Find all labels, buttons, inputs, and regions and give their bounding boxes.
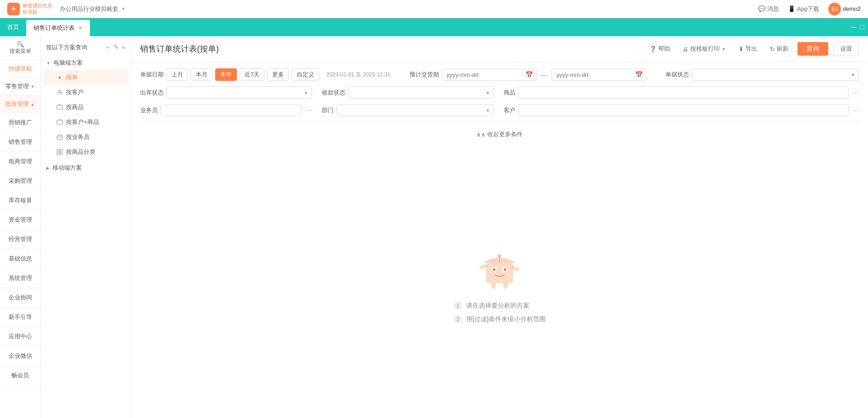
sidebar-item-quicknav[interactable]: 快捷导航 (0, 60, 40, 78)
date-btn-this-month[interactable]: 本月 (191, 68, 212, 81)
sidebar-item-enterprise[interactable]: 企业协同 (0, 288, 40, 308)
svg-rect-6 (57, 152, 59, 155)
tab-home[interactable]: 首页 (0, 18, 26, 36)
filter-row-2: 出库状态 收款状态 (140, 86, 859, 99)
tab-sales-order[interactable]: 销售订单统计表 ✕ (26, 20, 90, 36)
export-icon: ⬇ (739, 46, 744, 52)
sidebar-item-finance[interactable]: 资金管理 (0, 210, 40, 230)
user-area[interactable]: Ea demo2 (828, 3, 861, 15)
main-layout: 🔍 搜索菜单 快捷导航 零售管理 ▼ 批发管理 ▲ 营销推广 销售管理 电商管理… (0, 36, 868, 418)
sidebar-item-purchase[interactable]: 采购管理 (0, 171, 40, 191)
forecast-date-start-input[interactable] (442, 69, 537, 81)
customer-more-btn[interactable]: ··· (853, 106, 859, 114)
filter-row-3: 业务员 ··· 部门 客户 (140, 104, 859, 116)
date-btn-custom[interactable]: 自定义 (292, 68, 319, 81)
sidebar-item-ecommerce[interactable]: 电商管理 (0, 152, 40, 171)
app-download-btn[interactable]: 📱 App下载 (788, 5, 819, 13)
forecast-date-label: 预计交货期 (410, 71, 439, 79)
empty-state: 1 请先选择要分析的方案 2 用[过滤]条件来缩小分析范围 (131, 148, 868, 418)
dept-select[interactable] (336, 104, 494, 116)
goods-field-group: 商品 ··· (504, 86, 859, 99)
empty-steps: 1 请先选择要分析的方案 2 用[过滤]条件来缩小分析范围 (453, 301, 546, 328)
svg-rect-8 (486, 263, 513, 283)
salesman-input[interactable] (160, 104, 302, 116)
forecast-date-end-input[interactable] (552, 69, 646, 81)
collapse-btn[interactable]: ∧∧ 收起更多条件 (140, 127, 859, 142)
sidebar-item-system[interactable]: 系统管理 (0, 269, 40, 288)
scheme-item-by-goods[interactable]: 按商品 (43, 100, 128, 114)
salesman-more-btn[interactable]: ··· (306, 106, 312, 114)
status-field-group: 单据状态 (665, 69, 859, 81)
sidebar-item-marketing[interactable]: 营销推广 (0, 113, 40, 133)
status-select[interactable] (692, 69, 859, 81)
top-bar-title: 办公用品行业模拟账套 (60, 5, 118, 13)
svg-rect-4 (57, 149, 59, 152)
collapse-panel-btn[interactable]: « (122, 43, 125, 52)
filter-section: 单据日期 上月 本月 本年 近7天 更多 自定义 2023-01-01 至 20… (131, 62, 868, 148)
sidebar-item-sales[interactable]: 销售管理 (0, 133, 40, 152)
sidebar-item-inventory[interactable]: 库存核算 (0, 191, 40, 210)
print-dropdown-icon: ▼ (722, 47, 726, 52)
date-btn-last-month[interactable]: 上月 (166, 68, 188, 81)
top-bar-right: 💬 消息 📱 App下载 Ea demo2 (758, 3, 861, 15)
sidebar-item-basic[interactable]: 基础信息 (0, 249, 40, 269)
sidebar-item-appcenter[interactable]: 应用中心 (0, 327, 40, 347)
svg-rect-2 (57, 120, 62, 124)
out-status-select[interactable] (166, 86, 312, 99)
receive-status-label: 收款状态 (322, 89, 345, 97)
sidebar-item-wechat[interactable]: 企业微信 (0, 347, 40, 366)
tab-close-icon[interactable]: ✕ (78, 25, 83, 31)
receive-status-select[interactable] (348, 86, 494, 99)
add-scheme-btn[interactable]: ＋ (104, 43, 111, 52)
dept-label: 部门 (322, 106, 334, 114)
date-btn-this-year[interactable]: 本年 (215, 68, 237, 81)
date-btn-last-7[interactable]: 近7天 (240, 68, 264, 81)
scheme-item-by-salesman[interactable]: 按业务员 (43, 130, 128, 144)
goods-input[interactable] (518, 86, 849, 99)
tab-minimize-btn[interactable]: ─ (851, 23, 856, 31)
settings-btn[interactable]: 设置 (834, 42, 859, 56)
left-panel-actions: ＋ ✎ « (104, 43, 125, 52)
svg-rect-1 (57, 105, 62, 109)
scheme-group-mobile[interactable]: ▶ 移动端方案 (41, 161, 131, 175)
edit-scheme-btn[interactable]: ✎ (113, 43, 119, 52)
collapse-row: ∧∧ 收起更多条件 (140, 122, 859, 148)
scheme-item-by-customer[interactable]: 按客户 (43, 85, 128, 100)
tab-maximize-btn[interactable]: □ (860, 23, 864, 31)
help-btn[interactable]: ❓ 帮助 (646, 43, 674, 55)
customer-label: 客户 (504, 106, 515, 114)
scheme-group-pc-arrow: ▼ (46, 61, 51, 66)
sidebar-item-search[interactable]: 🔍 搜索菜单 (0, 36, 40, 60)
top-bar-dropdown[interactable]: ▾ (122, 6, 125, 12)
out-status-label: 出库状态 (140, 89, 164, 97)
svg-rect-7 (60, 152, 62, 155)
date-btn-more[interactable]: 更多 (267, 68, 289, 81)
scheme-group-pc-header[interactable]: ▼ 电脑端方案 (41, 56, 131, 70)
sidebar-item-operations[interactable]: 经营管理 (0, 230, 40, 249)
goods-more-btn[interactable]: ··· (853, 89, 859, 97)
scheme-item-by-order[interactable]: ● 按单 (43, 70, 128, 85)
status-select-wrap (692, 69, 859, 81)
sidebar-search-label: 搜索菜单 (4, 48, 37, 55)
left-panel-title: 按以下方案查询 (46, 43, 87, 52)
scheme-item-by-customer-goods[interactable]: 按客户+商品 (43, 115, 128, 129)
scheme-group-pc: ▼ 电脑端方案 ● 按单 按客户 按商品 (41, 56, 131, 159)
refresh-btn[interactable]: ↻ 刷新 (766, 43, 792, 55)
sidebar-item-wholesale[interactable]: 批发管理 ▲ (0, 95, 40, 113)
out-status-select-wrap (166, 86, 312, 99)
scheme-order-icon: ● (56, 74, 63, 81)
query-btn[interactable]: 查询 (797, 42, 828, 56)
empty-illustration (472, 238, 527, 292)
svg-point-14 (498, 254, 501, 258)
message-btn[interactable]: 💬 消息 (758, 5, 779, 13)
sidebar-item-retail[interactable]: 零售管理 ▼ (0, 78, 40, 95)
sidebar-item-member[interactable]: 畅会员 (0, 366, 40, 385)
customer-input[interactable] (518, 104, 849, 116)
date-range-display: 2023-01-01 至 2023-12-31 (325, 71, 390, 79)
print-btn[interactable]: 🖨 按模板打印 ▼ (679, 43, 730, 55)
sidebar-item-newuser[interactable]: 新手引导 (0, 308, 40, 327)
export-btn[interactable]: ⬇ 导出 (735, 43, 761, 55)
content-area: 按以下方案查询 ＋ ✎ « ▼ 电脑端方案 ● 按单 (41, 36, 868, 418)
retail-arrow-icon: ▼ (30, 84, 35, 89)
scheme-item-by-category[interactable]: 按商品分类 (43, 145, 128, 159)
